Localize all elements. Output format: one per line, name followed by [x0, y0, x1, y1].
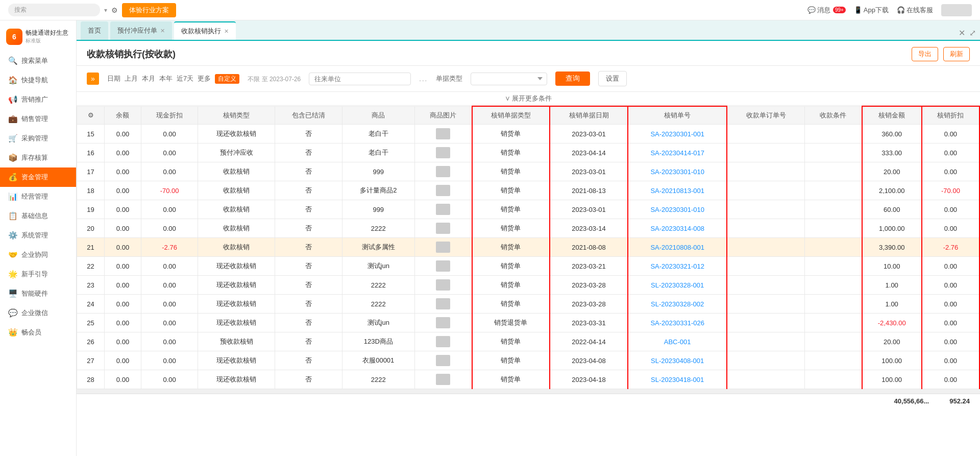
filter-expand-button[interactable]: » — [87, 73, 99, 85]
date-cur-month[interactable]: 本月 — [142, 74, 155, 84]
table-row: 16 0.00 0.00 预付冲应收 否 老白干 销货单 2023-04-14 … — [77, 143, 980, 162]
cell-slip-type: 销货单 — [472, 143, 550, 162]
expand-more-bar[interactable]: ∨ 展开更多条件 — [77, 92, 980, 106]
sidebar-item-business[interactable]: 📊 经营管理 — [0, 187, 76, 206]
data-table-wrapper: ⚙ 余额 现金折扣 核销类型 包含已结清 商品 商品图片 核销单据类型 核销单据… — [77, 106, 980, 456]
partner-input[interactable] — [309, 73, 411, 85]
messages-link[interactable]: 💬 消息 99+ — [807, 6, 846, 15]
tab-prepay[interactable]: 预付冲应付单 ✕ — [110, 21, 172, 40]
tab-home[interactable]: 首页 — [81, 21, 108, 40]
cell-receipt-order-no — [727, 143, 804, 162]
online-service-link[interactable]: 🎧 在线客服 — [897, 6, 933, 15]
tab-maximize-icon[interactable]: ⤢ — [969, 28, 976, 38]
cell-include-settled: 否 — [275, 181, 342, 200]
cell-balance: 0.00 — [105, 370, 141, 389]
sidebar-item-inventory[interactable]: 📦 库存核算 — [0, 148, 76, 167]
sidebar-item-basic[interactable]: 📋 基础信息 — [0, 206, 76, 226]
horizontal-scrollbar[interactable] — [77, 389, 980, 393]
cell-receipt-order-no — [727, 351, 804, 370]
sidebar-item-enterprise[interactable]: 🤝 企业协同 — [0, 245, 76, 265]
sidebar-item-purchase[interactable]: 🛒 采购管理 — [0, 129, 76, 148]
sidebar-item-quicknav[interactable]: 🏠 快捷导航 — [0, 70, 76, 90]
tab-prepay-close-icon[interactable]: ✕ — [160, 28, 165, 34]
date-more[interactable]: 更多 — [198, 74, 211, 84]
cell-writeoff-discount: -2.76 — [922, 238, 979, 257]
sidebar-item-marketing[interactable]: 📢 营销推广 — [0, 90, 76, 109]
slip-no-link[interactable]: SA-20230321-012 — [650, 262, 704, 270]
cell-slip-no: SA-20230301-010 — [628, 200, 727, 219]
slip-no-link[interactable]: SA-20230414-017 — [650, 149, 704, 157]
slip-no-link[interactable]: SL-20230418-001 — [651, 376, 704, 383]
receipt-type-label: 单据类型 — [436, 74, 462, 83]
sidebar-item-sales[interactable]: 💼 销售管理 — [0, 109, 76, 129]
refresh-button[interactable]: 刷新 — [943, 47, 970, 61]
slip-no-link[interactable]: SA-20230331-026 — [650, 319, 704, 327]
date-cur-year[interactable]: 本年 — [159, 74, 173, 84]
cell-cash-discount: 0.00 — [141, 295, 198, 314]
slip-no-link[interactable]: SA-20210813-001 — [650, 187, 704, 195]
cell-balance: 0.00 — [105, 162, 141, 181]
guide-icon: 🌟 — [8, 270, 17, 279]
table-row: 22 0.00 0.00 现还收款核销 否 测试jun 销货单 2023-03-… — [77, 257, 980, 276]
query-button[interactable]: 查询 — [555, 71, 590, 86]
cell-slip-type: 销货单 — [472, 200, 550, 219]
sidebar-item-system[interactable]: ⚙️ 系统管理 — [0, 226, 76, 245]
content-header: 收款核销执行(按收款) 导出 刷新 — [77, 41, 980, 66]
industry-solution-button[interactable]: 体验行业方案 — [122, 3, 176, 17]
slip-no-link[interactable]: SL-20230328-001 — [651, 281, 704, 289]
user-avatar[interactable] — [941, 4, 972, 16]
sidebar-item-member[interactable]: 👑 畅会员 — [0, 323, 76, 342]
cell-slip-date: 2023-04-08 — [550, 351, 628, 370]
cell-slip-type: 销货单 — [472, 181, 550, 200]
cell-include-settled: 否 — [275, 314, 342, 332]
quicknav-icon: 🏠 — [8, 76, 17, 85]
cell-slip-no: ABC-001 — [628, 332, 727, 351]
col-gear[interactable]: ⚙ — [77, 106, 105, 125]
app-download-link[interactable]: 📱 App下载 — [854, 6, 889, 15]
sidebar-item-hardware[interactable]: 🖥️ 智能硬件 — [0, 284, 76, 303]
slip-no-link[interactable]: SA-20230314-008 — [650, 225, 704, 232]
slip-no-link[interactable]: SA-20230301-010 — [650, 206, 704, 213]
cell-no: 15 — [77, 125, 105, 143]
slip-no-link[interactable]: SL-20230328-002 — [651, 300, 704, 308]
cell-receipt-order-no — [727, 181, 804, 200]
date-custom-button[interactable]: 自定义 — [215, 74, 239, 84]
cell-goods-img — [414, 295, 472, 314]
cell-writeoff-discount: 0.00 — [922, 332, 979, 351]
tab-close-all-icon[interactable]: ✕ — [959, 28, 965, 38]
setting-button[interactable]: 设置 — [598, 71, 627, 86]
slip-no-link[interactable]: SA-20230301-010 — [650, 168, 704, 176]
cell-goods-img — [414, 351, 472, 370]
cell-goods-img — [414, 370, 472, 389]
sidebar-item-finance[interactable]: 💰 资金管理 — [0, 167, 76, 187]
tab-receipt-close-icon[interactable]: ✕ — [224, 28, 229, 35]
tab-bar-actions: ✕ ⤢ — [959, 28, 976, 40]
cell-no: 16 — [77, 143, 105, 162]
cell-writeoff-amount: 60.00 — [862, 200, 922, 219]
slip-no-link[interactable]: SA-20230301-001 — [650, 130, 704, 138]
cell-cash-discount: -70.00 — [141, 181, 198, 200]
cell-slip-no: SL-20230418-001 — [628, 370, 727, 389]
sidebar-item-guide[interactable]: 🌟 新手引导 — [0, 265, 76, 284]
cell-writeoff-discount: 0.00 — [922, 314, 979, 332]
table-row: 23 0.00 0.00 现还收款核销 否 2222 销货单 2023-03-2… — [77, 276, 980, 295]
settings-gear-icon[interactable]: ⚙ — [111, 6, 118, 14]
table-row: 27 0.00 0.00 现还收款核销 否 衣服00001 销货单 2023-0… — [77, 351, 980, 370]
partner-picker-icon[interactable]: ... — [419, 75, 428, 83]
slip-no-link[interactable]: ABC-001 — [664, 338, 691, 346]
date-7days[interactable]: 近7天 — [177, 74, 193, 84]
receipt-type-select[interactable] — [471, 73, 547, 85]
cell-cash-discount: 0.00 — [141, 219, 198, 238]
slip-no-link[interactable]: SA-20210808-001 — [650, 244, 704, 251]
slip-no-link[interactable]: SL-20230408-001 — [651, 357, 704, 365]
sidebar-item-search[interactable]: 🔍 搜索菜单 — [0, 51, 76, 70]
cell-include-settled: 否 — [275, 162, 342, 181]
date-prev-month[interactable]: 上月 — [125, 74, 138, 84]
search-chevron-icon[interactable]: ▾ — [104, 7, 107, 14]
cell-slip-no: SA-20210808-001 — [628, 238, 727, 257]
export-button[interactable]: 导出 — [912, 47, 938, 61]
cell-balance: 0.00 — [105, 143, 141, 162]
tab-receipt[interactable]: 收款核销执行 ✕ — [174, 21, 236, 40]
cell-no: 22 — [77, 257, 105, 276]
sidebar-item-wechat[interactable]: 💬 企业微信 — [0, 303, 76, 323]
